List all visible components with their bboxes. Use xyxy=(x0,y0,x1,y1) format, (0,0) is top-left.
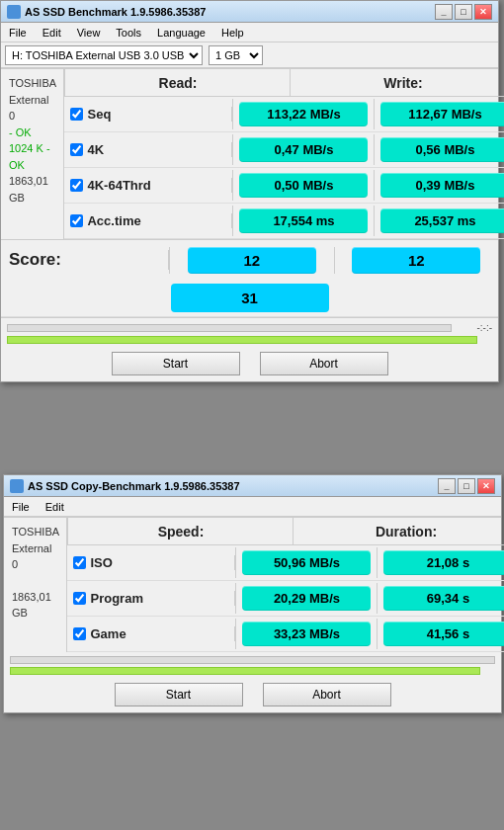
drive-blank xyxy=(12,573,58,589)
score-section: Score: 12 12 31 xyxy=(1,239,498,318)
drive-info-2: TOSHIBA External 0 1863,01 GB xyxy=(12,524,58,622)
header-duration: Duration: xyxy=(293,518,504,544)
seq-write-value: 112,67 MB/s xyxy=(380,102,504,126)
progress-section-2 xyxy=(4,652,501,677)
left-panel-2: TOSHIBA External 0 1863,01 GB xyxy=(4,518,67,652)
row-iso: ISO 50,96 MB/s 21,08 s xyxy=(67,545,504,581)
checkbox-seq[interactable] xyxy=(70,108,83,121)
program-speed-value: 20,29 MB/s xyxy=(242,586,371,611)
menu-help-1[interactable]: Help xyxy=(217,25,248,41)
start-btn-1[interactable]: Start xyxy=(112,352,240,375)
title-bar-2: AS SSD Copy-Benchmark 1.9.5986.35387 _ □… xyxy=(4,475,501,497)
window-1: AS SSD Benchmark 1.9.5986.35387 _ □ ✕ Fi… xyxy=(0,0,499,382)
4k-read-value: 0,47 MB/s xyxy=(239,137,368,162)
abort-btn-2[interactable]: Abort xyxy=(263,683,391,706)
menu-view-1[interactable]: View xyxy=(73,25,105,41)
program-duration-value: 69,34 s xyxy=(383,586,504,611)
seq-read-value: 113,22 MB/s xyxy=(239,102,368,126)
row-4k64: 4K-64Thrd 0,50 MB/s 0,39 MB/s xyxy=(64,168,504,204)
drive-ok1: - OK xyxy=(9,124,55,141)
checkbox-4k[interactable] xyxy=(70,143,83,156)
toolbar-1: H: TOSHIBA External USB 3.0 USB Devic...… xyxy=(1,42,498,68)
header-write: Write: xyxy=(290,69,504,96)
checkbox-acctime[interactable] xyxy=(70,214,83,227)
checkbox-game[interactable] xyxy=(73,627,86,640)
4k-write-value: 0,56 MB/s xyxy=(380,137,504,162)
app-icon-1 xyxy=(7,5,21,19)
4k64-read-value: 0,50 MB/s xyxy=(239,173,368,198)
menu-file-1[interactable]: File xyxy=(5,25,31,41)
score-label: Score: xyxy=(1,250,169,270)
row-label-game: Game xyxy=(67,626,235,641)
row-4k: 4K 0,47 MB/s 0,56 MB/s xyxy=(64,132,504,168)
iso-speed-value: 50,96 MB/s xyxy=(242,550,371,575)
bench-area-2: TOSHIBA External 0 1863,01 GB Speed: Dur… xyxy=(4,517,501,652)
minimize-btn-1[interactable]: _ xyxy=(435,4,453,20)
checkbox-iso[interactable] xyxy=(73,556,86,569)
drive-size-2: 1863,01 GB xyxy=(12,589,58,622)
window-title-1: AS SSD Benchmark 1.9.5986.35387 xyxy=(25,6,206,18)
title-bar-1: AS SSD Benchmark 1.9.5986.35387 _ □ ✕ xyxy=(1,1,498,23)
bench-area-1: TOSHIBA External 0 - OK 1024 K - OK 1863… xyxy=(1,68,498,239)
score-row: Score: 12 12 xyxy=(1,240,498,280)
menu-language-1[interactable]: Language xyxy=(153,25,210,41)
window-2: AS SSD Copy-Benchmark 1.9.5986.35387 _ □… xyxy=(3,474,502,713)
bench-header-1: Read: Write: xyxy=(64,69,504,97)
left-panel-1: TOSHIBA External 0 - OK 1024 K - OK 1863… xyxy=(1,69,64,239)
row-label-4k: 4K xyxy=(64,142,232,157)
header-speed: Speed: xyxy=(67,518,293,544)
iso-duration-value: 21,08 s xyxy=(383,550,504,575)
row-label-iso: ISO xyxy=(67,555,235,570)
acctime-read-value: 17,554 ms xyxy=(239,208,368,233)
maximize-btn-2[interactable]: □ xyxy=(458,478,475,494)
maximize-btn-1[interactable]: □ xyxy=(455,4,472,20)
progress-time: -:-:- xyxy=(458,322,492,333)
menu-bar-1: File Edit View Tools Language Help xyxy=(1,23,498,42)
menu-edit-2[interactable]: Edit xyxy=(42,499,68,515)
row-program: Program 20,29 MB/s 69,34 s xyxy=(67,581,504,617)
drive-num-2: 0 xyxy=(12,556,58,573)
row-label-4k64: 4K-64Thrd xyxy=(64,178,232,193)
green-progress-bar-1 xyxy=(7,336,477,344)
score-read: 12 xyxy=(188,247,316,274)
bottom-bar-1: Start Abort xyxy=(1,346,498,381)
window-controls-2: _ □ ✕ xyxy=(438,478,495,494)
window-title-2: AS SSD Copy-Benchmark 1.9.5986.35387 xyxy=(28,480,240,492)
progress-section-1: -:-:- xyxy=(1,318,498,346)
minimize-btn-2[interactable]: _ xyxy=(438,478,456,494)
drive-name: TOSHIBA External xyxy=(9,75,55,108)
acctime-write-value: 25,537 ms xyxy=(380,208,504,233)
row-acctime: Acc.time 17,554 ms 25,537 ms xyxy=(64,204,504,239)
start-btn-2[interactable]: Start xyxy=(115,683,243,706)
game-speed-value: 33,23 MB/s xyxy=(242,622,371,646)
menu-file-2[interactable]: File xyxy=(8,499,34,515)
drive-num: 0 xyxy=(9,108,55,124)
window-controls-1: _ □ ✕ xyxy=(435,4,492,20)
size-select-1[interactable]: 1 GB xyxy=(209,45,263,65)
row-label-seq: Seq xyxy=(64,107,232,122)
header-read: Read: xyxy=(64,69,290,96)
menu-edit-1[interactable]: Edit xyxy=(39,25,65,41)
game-duration-value: 41,56 s xyxy=(383,622,504,646)
progress-bar-outer-1 xyxy=(7,324,452,332)
4k64-write-value: 0,39 MB/s xyxy=(380,173,504,198)
drive-select-1[interactable]: H: TOSHIBA External USB 3.0 USB Devic... xyxy=(5,45,203,65)
drive-info-1: TOSHIBA External 0 - OK 1024 K - OK 1863… xyxy=(9,75,55,206)
close-btn-1[interactable]: ✕ xyxy=(474,4,492,20)
score-write: 12 xyxy=(352,247,480,274)
row-game: Game 33,23 MB/s 41,56 s xyxy=(67,617,504,652)
abort-btn-1[interactable]: Abort xyxy=(260,352,388,375)
drive-size: 1863,01 GB xyxy=(9,173,55,206)
bench-header-2: Speed: Duration: xyxy=(67,518,504,545)
bottom-bar-2: Start Abort xyxy=(4,677,501,712)
drive-ok2: 1024 K - OK xyxy=(9,140,55,173)
menu-tools-1[interactable]: Tools xyxy=(112,25,145,41)
checkbox-program[interactable] xyxy=(73,592,86,605)
menu-bar-2: File Edit xyxy=(4,497,501,517)
checkbox-4k64[interactable] xyxy=(70,179,83,192)
bench-grid-1: Read: Write: Seq 113,22 MB/s 112,67 MB/s xyxy=(64,69,504,239)
progress-bar-outer-2 xyxy=(10,656,495,664)
close-btn-2[interactable]: ✕ xyxy=(477,478,495,494)
app-icon-2 xyxy=(10,479,24,493)
score-total-row: 31 xyxy=(1,280,498,317)
